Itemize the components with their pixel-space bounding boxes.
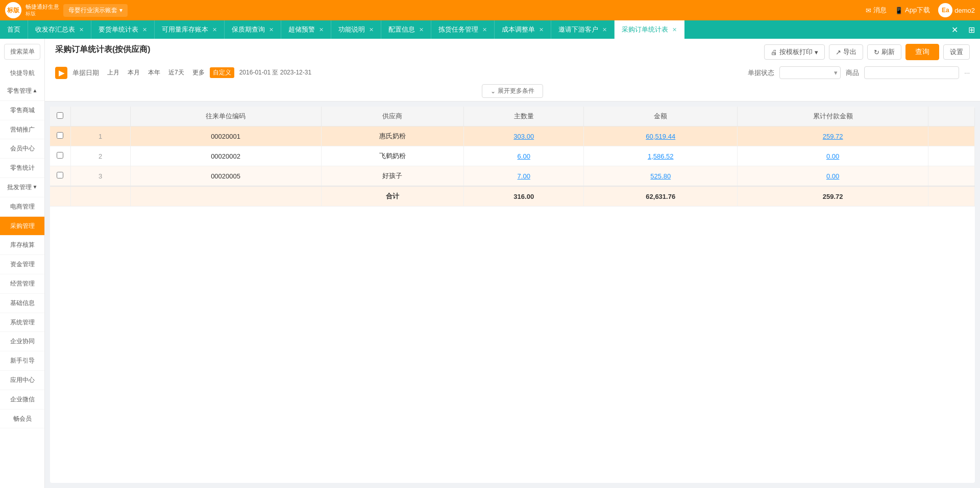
tab-close-icon[interactable]: ✕ [269,27,274,33]
shortcut-this-month[interactable]: 本月 [125,67,143,78]
date-label: 单据日期 [72,68,99,78]
th-paid: 累计付款金额 [738,107,928,126]
tab-close-icon[interactable]: ✕ [539,27,544,33]
tab-close-icon[interactable]: ✕ [482,27,487,33]
tab-close-icon[interactable]: ✕ [419,27,424,33]
footer-amount: 62,631.76 [584,186,738,207]
td-paid[interactable]: 0.00 [738,166,928,187]
row-checkbox[interactable] [57,172,63,178]
td-seq: 3 [70,166,130,187]
tab-maximize-icon[interactable]: ⊞ [963,25,980,35]
td-amount[interactable]: 60,519.44 [584,126,738,146]
tab-keyongliang[interactable]: 可用量库存账本 ✕ [155,20,225,39]
table-area: 往来单位编码 供应商 主数量 金额 累计付款金额 1 00020001 [50,107,975,483]
tab-caigou[interactable]: 采购订单统计表 ✕ [615,20,684,39]
th-check [50,107,70,126]
td-paid[interactable]: 0.00 [738,146,928,166]
sidebar-item-appcenter[interactable]: 应用中心 [0,371,44,390]
sidebar-item-retail-stats[interactable]: 零售统计 [0,159,44,178]
content-wrapper: 采购订单统计表(按供应商) 🖨 按模板打印 ▾ ↗ 导出 ↻ [45,39,980,488]
tab-pinhuo[interactable]: 拣货任务管理 ✕ [431,20,495,39]
sidebar-item-batch[interactable]: 批发管理 ▼ [0,178,44,197]
main-layout: 搜索菜单 快捷导航 零售管理 ▲ 零售商城 营销推广 会员中心 零售统计 批发管… [0,39,980,488]
tab-gongneng[interactable]: 功能说明 ✕ [331,20,381,39]
tab-close-icon[interactable]: ✕ [319,27,324,33]
td-supplier: 好孩子 [321,166,464,187]
tab-yaohuo[interactable]: 要货单统计表 ✕ [91,20,155,39]
status-select[interactable] [779,66,841,79]
tab-close-all-icon[interactable]: ✕ [946,25,963,35]
td-spacer [928,166,975,187]
tab-yaoqing[interactable]: 邀请下游客户 ✕ [551,20,615,39]
shortcut-custom[interactable]: 自定义 [210,67,234,78]
tab-home[interactable]: 首页 [0,20,28,39]
shortcut-last-month[interactable]: 上月 [104,67,122,78]
td-check [50,166,70,187]
tab-close-icon[interactable]: ✕ [672,27,677,33]
nav-tab-controls: ✕ ⊞ [946,25,980,35]
tab-shoufafa[interactable]: 收发存汇总表 ✕ [28,20,91,39]
sidebar-item-member[interactable]: 会员中心 [0,139,44,159]
tab-close-icon[interactable]: ✕ [602,27,607,33]
tab-close-icon[interactable]: ✕ [79,27,84,33]
goods-input[interactable] [864,66,959,79]
sidebar-item-wechat[interactable]: 企业微信 [0,390,44,409]
td-check [50,146,70,166]
select-all-checkbox[interactable] [57,112,63,119]
message-action[interactable]: ✉ 消息 [866,6,887,15]
td-amount[interactable]: 525.80 [584,166,738,187]
refresh-button[interactable]: ↻ 刷新 [867,44,901,60]
search-menu-button[interactable]: 搜索菜单 [4,44,40,60]
shortcut-7days[interactable]: 近7天 [165,67,187,78]
sidebar-item-system[interactable]: 系统管理 [0,313,44,332]
th-amount: 金额 [584,107,738,126]
query-button[interactable]: 查询 [905,44,939,60]
shortcut-this-year[interactable]: 本年 [145,67,163,78]
shortcut-more[interactable]: 更多 [189,67,208,78]
chevron-down-icon: ▲ [33,87,38,94]
sidebar-item-marketing[interactable]: 营销推广 [0,120,44,140]
expand-more-button[interactable]: ⌄ 展开更多条件 [482,84,543,98]
tab-close-icon[interactable]: ✕ [142,27,147,33]
quick-nav-button[interactable]: 快捷导航 [0,65,44,82]
sidebar-item-operations[interactable]: 经营管理 [0,274,44,294]
filter-toggle-button[interactable]: ▶ [55,67,67,79]
td-code: 00020002 [130,146,321,166]
export-icon: ↗ [836,48,841,56]
more-options-icon[interactable]: ··· [964,69,970,76]
sidebar-item-finance[interactable]: 资金管理 [0,255,44,274]
page-header-section: 采购订单统计表(按供应商) 🖨 按模板打印 ▾ ↗ 导出 ↻ [45,39,980,101]
sidebar-item-newguide[interactable]: 新手引导 [0,351,44,371]
td-qty[interactable]: 303.00 [464,126,584,146]
workspace-selector[interactable]: 母婴行业演示账套 ▾ [63,4,128,17]
sidebar-item-retail-shop[interactable]: 零售商城 [0,101,44,120]
sidebar-item-inventory[interactable]: 库存核算 [0,236,44,255]
sidebar-item-purchase[interactable]: 采购管理 [0,217,44,236]
chevron-down-icon: ▾ [815,48,818,56]
app-download-action[interactable]: 📱 App下载 [895,6,930,15]
tab-chaochuyujing[interactable]: 超储预警 ✕ [281,20,331,39]
sidebar-item-basic[interactable]: 基础信息 [0,294,44,313]
table-body: 1 00020001 惠氏奶粉 303.00 60,519.44 259.72 … [50,126,975,187]
sidebar-item-retail[interactable]: 零售管理 ▲ [0,82,44,101]
row-checkbox[interactable] [57,152,63,159]
print-button[interactable]: 🖨 按模板打印 ▾ [764,44,825,60]
export-button[interactable]: ↗ 导出 [829,44,863,60]
user-action[interactable]: Ea demo2 [938,3,975,17]
tab-baozhi[interactable]: 保质期查询 ✕ [225,20,281,39]
tab-close-icon[interactable]: ✕ [369,27,374,33]
td-paid[interactable]: 259.72 [738,126,928,146]
sidebar-item-ecommerce[interactable]: 电商管理 [0,197,44,217]
sidebar-item-member2[interactable]: 畅会员 [0,409,44,429]
tab-peizhi[interactable]: 配置信息 ✕ [381,20,431,39]
td-amount[interactable]: 1,586.52 [584,146,738,166]
settings-button[interactable]: 设置 [943,44,970,60]
chevron-down-icon: ▾ [119,7,122,14]
td-qty[interactable]: 6.00 [464,146,584,166]
td-qty[interactable]: 7.00 [464,166,584,187]
status-label: 单据状态 [748,68,774,78]
tab-chengben[interactable]: 成本调整单 ✕ [495,20,551,39]
row-checkbox[interactable] [57,132,63,139]
sidebar-item-enterprise[interactable]: 企业协同 [0,332,44,351]
tab-close-icon[interactable]: ✕ [212,27,217,33]
